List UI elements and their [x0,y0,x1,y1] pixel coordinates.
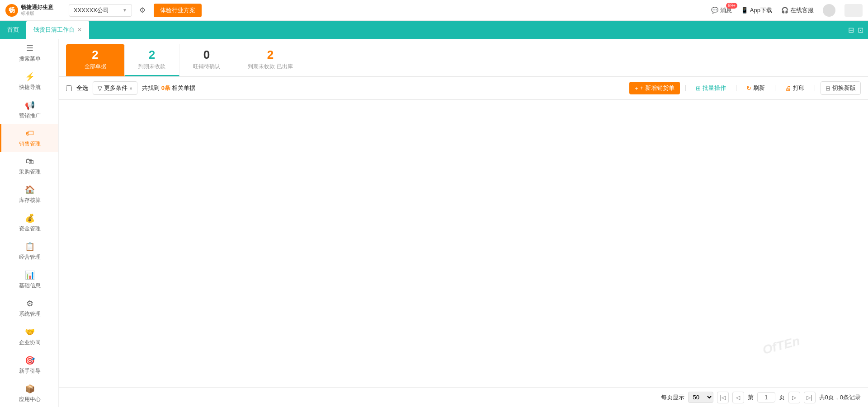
sidebar-label-base-info: 基础信息 [19,282,41,290]
add-icon: + [635,85,638,92]
select-all-label: 全选 [76,84,88,92]
experience-button[interactable]: 体验行业方案 [154,4,202,17]
stats-tabs: 2 全部单据 2 到期未收款 0 旺铺待确认 2 到期未收款 已出库 [59,39,868,77]
filter-icon: ▽ [98,85,102,92]
sidebar-item-marketing[interactable]: 📢 营销推广 [0,96,58,124]
divider4 [815,85,815,91]
page-size-label: 每页显示 [661,393,684,402]
logo-text: 畅捷通好生意 标准版 [21,4,53,16]
found-count: 0条 [161,84,170,91]
tab-work-label: 钱货日清工作台 [33,26,75,34]
sidebar-item-base-info[interactable]: 📊 基础信息 [0,266,58,294]
tab-close-icon[interactable]: ✕ [77,27,82,33]
tab-home-label: 首页 [7,26,19,34]
add-order-button[interactable]: + + 新增销货单 [629,82,680,94]
stat-tab-wangpu[interactable]: 0 旺铺待确认 [179,44,234,76]
batch-label: 批量操作 [703,84,726,92]
last-page-button[interactable]: ▷| [804,392,816,403]
stat-label-due-unshipped: 到期未收款 已出库 [248,63,292,70]
logo-sub: 标准版 [21,11,53,16]
refresh-label: 刷新 [753,84,765,92]
tab-minimize-icon[interactable]: ⊟ [848,26,854,34]
stat-tab-all[interactable]: 2 全部单据 [66,44,125,76]
online-service-button[interactable]: 🎧 在线客服 [781,6,814,14]
tab-maximize-icon[interactable]: ⊡ [858,26,863,34]
print-label: 打印 [793,84,805,92]
print-button[interactable]: 🖨 打印 [781,82,809,94]
phone-icon: 📱 [741,7,748,14]
stat-tab-due-unpaid[interactable]: 2 到期未收款 [125,44,179,76]
stat-number-due-unpaid: 2 [149,48,155,62]
sidebar-label-operations: 经营管理 [19,253,41,261]
sidebar-item-purchase[interactable]: 🛍 采购管理 [0,152,58,180]
avatar[interactable] [823,4,835,17]
purchase-icon: 🛍 [26,157,34,166]
online-service-label: 在线客服 [790,6,814,14]
table-area [59,100,868,387]
batch-operation-button[interactable]: ⊞ 批量操作 [691,82,731,94]
page-input[interactable] [757,392,775,402]
sidebar-label-inventory: 库存核算 [19,196,41,204]
quick-nav-icon: ⚡ [25,72,35,82]
sidebar-item-sales[interactable]: 🏷 销售管理 [0,124,58,152]
sidebar-item-cooperation[interactable]: 🤝 企业协同 [0,323,58,351]
sidebar-label-search: 搜索菜单 [19,55,41,63]
tab-work[interactable]: 钱货日清工作台 ✕ [26,21,89,39]
settings-button[interactable]: ⚙ [136,4,149,17]
sidebar-item-app-center[interactable]: 📦 应用中心 [0,379,58,407]
sidebar-label-marketing: 营销推广 [19,112,41,120]
print-icon: 🖨 [785,85,791,92]
sidebar-item-operations[interactable]: 📋 经营管理 [0,237,58,266]
cooperation-icon: 🤝 [25,327,35,337]
total-info: 共0页，0条记录 [819,393,861,402]
main-layout: ☰ 搜索菜单 ⚡ 快捷导航 📢 营销推广 🏷 销售管理 🛍 采购管理 🏠 库存核… [0,39,868,407]
sidebar-item-guide[interactable]: 🎯 新手引导 [0,351,58,379]
switch-label: 切换新版 [832,84,856,92]
system-icon: ⚙ [26,299,33,309]
sidebar-item-quick-nav[interactable]: ⚡ 快捷导航 [0,67,58,96]
sidebar-label-cooperation: 企业协同 [19,339,41,346]
tab-home[interactable]: 首页 [0,21,26,39]
add-order-label: + 新增销货单 [640,84,675,92]
sidebar-label-quick-nav: 快捷导航 [19,84,41,91]
user-name-area[interactable] [844,4,863,17]
tab-bar: 首页 钱货日清工作台 ✕ ⊟ ⊡ [0,21,868,39]
refresh-button[interactable]: ↻ 刷新 [742,82,769,94]
divider [685,85,686,91]
filter-label: 更多条件 [104,84,127,92]
sidebar-item-finance[interactable]: 💰 资金管理 [0,209,58,237]
next-page-button[interactable]: ▷ [788,392,800,403]
stat-number-all: 2 [92,48,98,62]
sidebar-label-app-center: 应用中心 [19,396,41,403]
select-all-checkbox[interactable] [66,85,72,91]
filter-button[interactable]: ▽ 更多条件 ∨ [93,81,137,95]
batch-icon: ⊞ [696,85,701,92]
logo-icon: 畅 [5,4,18,17]
sidebar-label-sales: 销售管理 [19,140,41,148]
logo-area: 畅 畅捷通好生意 标准版 [5,4,64,17]
sidebar-item-search[interactable]: ☰ 搜索菜单 [0,39,58,67]
sidebar: ☰ 搜索菜单 ⚡ 快捷导航 📢 营销推广 🏷 销售管理 🛍 采购管理 🏠 库存核… [0,39,59,407]
page-suffix: 页 [779,393,785,402]
sidebar-item-inventory[interactable]: 🏠 库存核算 [0,180,58,209]
page-size-select[interactable]: 20 50 100 [688,392,713,403]
stat-number-wangpu: 0 [203,48,210,62]
app-download-label: App下载 [750,6,772,14]
stat-label-due-unpaid: 到期未收款 [138,63,165,70]
switch-version-button[interactable]: ⊟ 切换新版 [821,81,861,95]
prev-page-button[interactable]: ◁ [732,392,744,403]
toolbar-right: + + 新增销货单 ⊞ 批量操作 ↻ 刷新 🖨 打印 [629,81,861,95]
messages-button[interactable]: 💬 消息 99+ [711,6,732,14]
stat-number-due-unshipped: 2 [267,48,274,62]
stat-label-all: 全部单据 [85,63,106,70]
stat-tab-due-unshipped[interactable]: 2 到期未收款 已出库 [234,44,307,76]
company-selector[interactable]: XXXXXX公司 ▼ [69,4,132,17]
sidebar-item-system[interactable]: ⚙ 系统管理 [0,294,58,323]
content-area: 2 全部单据 2 到期未收款 0 旺铺待确认 2 到期未收款 已出库 全选 [59,39,868,407]
divider3 [775,85,775,91]
page-prefix: 第 [748,393,754,402]
app-download-button[interactable]: 📱 App下载 [741,6,772,14]
sales-icon: 🏷 [26,129,34,138]
first-page-button[interactable]: |◁ [717,392,729,403]
base-info-icon: 📊 [25,270,35,280]
